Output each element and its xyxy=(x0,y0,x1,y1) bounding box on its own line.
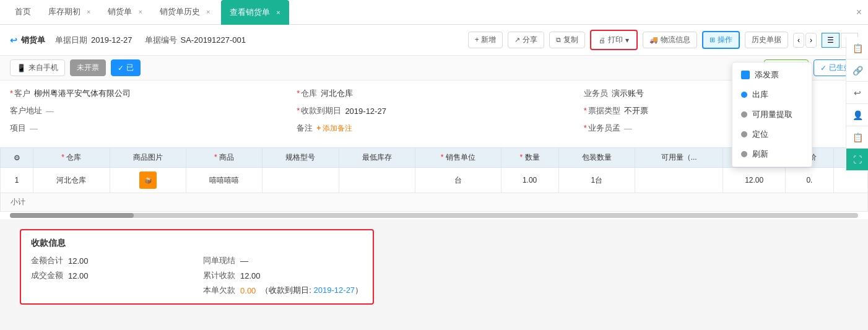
share-button[interactable]: ↗ 分享 xyxy=(508,32,544,48)
project-label: 项目 xyxy=(10,123,26,134)
th-pack-qty: 包装数量 xyxy=(558,148,635,168)
row-warehouse: 河北仓库 xyxy=(33,168,110,193)
subtotal-row: 小计 xyxy=(1,193,868,212)
sidebar-icon-4[interactable]: 👤 xyxy=(846,104,868,126)
history-button[interactable]: 历史单据 xyxy=(745,32,788,48)
sidebar-icon-6[interactable]: ⛶ xyxy=(846,149,868,171)
salesman-value: — xyxy=(624,124,632,133)
prev-button[interactable]: ‹ xyxy=(793,33,804,48)
tab-sales[interactable]: 销货单 × xyxy=(99,0,150,25)
share-icon: ↗ xyxy=(514,36,520,44)
sales-order-icon: ↩ xyxy=(10,35,17,45)
print-button[interactable]: 🖨 打印 ▾ xyxy=(592,32,635,48)
payment-container: 收款信息 金额合计 12.00 同单现结 — 成交金额 12.00 累计收款 1… xyxy=(0,219,868,321)
tab-view-sales[interactable]: 查看销货单 × xyxy=(221,0,289,25)
payment-arrears-note: （收款到期日: 2019-12-27） xyxy=(261,285,363,296)
tab-bar: 首页 库存期初 × 销货单 × 销货单历史 × 查看销货单 × × xyxy=(0,0,868,25)
horizontal-scrollbar[interactable] xyxy=(10,213,858,218)
payment-cumulative-row: 累计收款 12.00 xyxy=(203,270,363,281)
operation-button[interactable]: ⊞ 操作 xyxy=(702,31,740,49)
tab-close-sales[interactable]: × xyxy=(138,8,142,15)
print-dropdown-arrow[interactable]: ▾ xyxy=(625,36,629,45)
subtotal-label: 小计 xyxy=(1,193,868,212)
payment-total-value: 12.00 xyxy=(68,256,89,266)
refresh-item[interactable]: 刷新 xyxy=(732,144,812,164)
new-button[interactable]: + 新增 xyxy=(468,32,503,48)
project-field: 项目 — xyxy=(10,123,284,134)
payment-arrears-value: 0.00 xyxy=(240,286,256,295)
payment-same-order-value: — xyxy=(240,256,248,266)
payment-arrears-row: 本单欠款 0.00 （收款到期日: 2019-12-27） xyxy=(203,285,363,296)
tab-home[interactable]: 首页 xyxy=(6,0,40,25)
not-open-button[interactable]: 未开票 xyxy=(70,59,106,76)
next-button[interactable]: › xyxy=(805,33,817,48)
warehouse-value: 河北仓库 xyxy=(321,88,353,99)
scrollbar-thumb[interactable] xyxy=(10,213,134,218)
window-close-button[interactable]: × xyxy=(856,7,862,18)
confirm-button[interactable]: ✓ 已 xyxy=(111,59,141,76)
th-settings[interactable]: ⚙ xyxy=(1,148,33,168)
doc-date-field: 单据日期 2019-12-27 xyxy=(55,35,132,46)
row-available xyxy=(635,168,723,193)
extract-icon xyxy=(741,111,747,118)
tab-close-inventory[interactable]: × xyxy=(87,8,90,15)
tab-sales-history[interactable]: 销货单历史 × xyxy=(151,0,219,25)
form-row-2: 客户地址 — 收款到期日 2019-12-27 票据类型 不开票 xyxy=(10,105,858,116)
due-date-value: 2019-12-27 xyxy=(345,106,386,116)
from-phone-button[interactable]: 📱 来自手机 xyxy=(10,59,65,76)
sidebar-icon-1[interactable]: 📋 xyxy=(846,37,868,59)
row-stock: 12.00 xyxy=(723,168,786,193)
due-date-label: 收款到期日 xyxy=(297,105,341,116)
th-warehouse: 仓库 xyxy=(33,148,110,168)
salesman-field: 业务员孟 — xyxy=(584,123,858,134)
payment-section: 收款信息 金额合计 12.00 同单现结 — 成交金额 12.00 累计收款 1… xyxy=(20,229,374,305)
th-qty: 数量 xyxy=(501,148,558,168)
list-view-button[interactable]: ☰ xyxy=(822,33,840,48)
staff-label: 业务员 xyxy=(584,88,608,99)
tab-inventory[interactable]: 库存期初 × xyxy=(40,0,99,25)
sidebar-icon-2[interactable]: 🔗 xyxy=(846,59,868,82)
tab-close-view[interactable]: × xyxy=(276,9,280,16)
form-row-3: 项目 — 备注 添加备注 业务员孟 — xyxy=(10,123,858,134)
ticket-type-field: 票据类型 不开票 xyxy=(584,105,858,116)
payment-cumulative-label: 累计收款 xyxy=(203,270,235,281)
row-min-stock xyxy=(339,168,415,193)
logistics-button[interactable]: 🚚 物流信息 xyxy=(643,32,697,48)
locate-item[interactable]: 定位 xyxy=(732,124,812,144)
payment-same-order-row: 同单现结 — xyxy=(203,255,363,266)
staff-field: 业务员 演示账号 xyxy=(584,88,858,99)
doc-toolbar: + 新增 ↗ 分享 ⧉ 复制 🖨 打印 ▾ 🚚 物流信息 xyxy=(468,30,858,50)
payment-deal-row: 成交金额 12.00 xyxy=(31,270,191,281)
phone-icon: 📱 xyxy=(17,64,26,72)
doc-number-field: 单据编号 SA-20191227-001 xyxy=(145,35,246,46)
address-field: 客户地址 — xyxy=(10,105,284,116)
product-image: 📦 xyxy=(139,172,157,189)
tab-close-history[interactable]: × xyxy=(206,8,210,15)
customer-label: 客户 xyxy=(10,88,30,99)
th-image: 商品图片 xyxy=(110,148,186,168)
add-note-button[interactable]: 添加备注 xyxy=(316,123,352,134)
note-field: 备注 添加备注 xyxy=(297,123,571,134)
th-product: 商品 xyxy=(186,148,262,168)
doc-title-text: 销货单 xyxy=(21,35,45,46)
sidebar-icon-5[interactable]: 📋 xyxy=(846,126,868,149)
customer-value: 柳州粤港平安气体有限公司 xyxy=(34,88,131,99)
doc-title: ↩ 销货单 xyxy=(10,35,45,46)
payment-cumulative-value: 12.00 xyxy=(240,271,261,280)
row-no: 1 xyxy=(1,168,33,193)
sidebar-icon-3[interactable]: ↩ xyxy=(846,82,868,104)
effective-check-icon: ✓ xyxy=(820,64,827,72)
note-label: 备注 xyxy=(297,123,313,134)
payment-grid: 金额合计 12.00 同单现结 — 成交金额 12.00 累计收款 12.00 xyxy=(31,255,363,296)
payment-arrears-date: 2019-12-27 xyxy=(314,285,355,295)
th-spec: 规格型号 xyxy=(263,148,339,168)
operation-dropdown: 添发票 出库 可用量提取 定位 刷新 xyxy=(732,62,812,167)
available-extract-item[interactable]: 可用量提取 xyxy=(732,105,812,124)
out-stock-item[interactable]: 出库 xyxy=(732,85,812,105)
table-row: 1 河北仓库 📦 嘻嘻嘻嘻 台 1.00 1台 12.00 0. xyxy=(1,168,868,193)
copy-button[interactable]: ⧉ 复制 xyxy=(549,32,585,48)
payment-title: 收款信息 xyxy=(31,238,363,249)
print-highlight: 🖨 打印 ▾ xyxy=(590,30,638,50)
row-image: 📦 xyxy=(110,168,186,193)
add-invoice-item[interactable]: 添发票 xyxy=(732,65,812,85)
